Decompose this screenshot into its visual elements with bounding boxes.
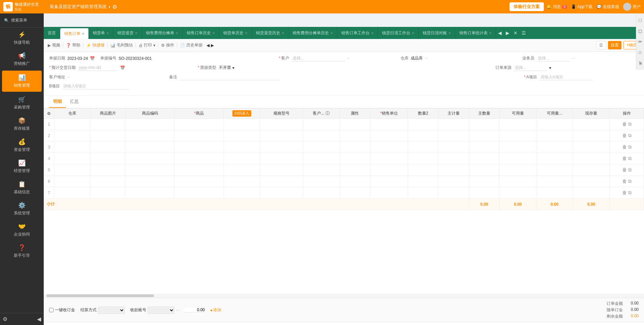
row-stock[interactable] [573, 141, 610, 153]
staff-dots[interactable]: ··· [572, 56, 575, 60]
toolbar-prev[interactable]: ◀ [206, 43, 210, 48]
row-spec[interactable] [260, 164, 303, 176]
row-copy-icon[interactable]: ⧉ [628, 133, 632, 138]
tab-nav-left[interactable]: ◀ [496, 30, 504, 36]
row-avail2[interactable] [536, 141, 573, 153]
row-delete-icon[interactable]: 🗑 [622, 167, 627, 173]
row-goods[interactable] [175, 119, 223, 130]
row-delete-icon[interactable]: 🗑 [622, 144, 627, 150]
row-goods[interactable] [175, 130, 223, 141]
tab-menu[interactable]: ☰ [520, 30, 528, 36]
row-avail[interactable] [499, 153, 536, 164]
row-stock[interactable] [573, 176, 610, 187]
settings-bottom-icon[interactable]: ⚙ [3, 316, 7, 322]
row-img[interactable] [91, 164, 126, 176]
col-header-img[interactable]: 商品图片 [91, 109, 126, 119]
delivery-calendar-icon[interactable]: 📅 [120, 66, 125, 70]
row-attr[interactable] [340, 130, 370, 141]
sidebar-search-area[interactable]: 🔍 搜索菜单 [0, 13, 44, 28]
row-code[interactable] [125, 153, 174, 164]
row-main-qty[interactable] [469, 130, 499, 141]
row-code[interactable] [125, 119, 174, 130]
row-main-qty[interactable] [469, 119, 499, 130]
warehouse-dots[interactable]: ··· [425, 56, 427, 60]
sidebar-item-system[interactable]: ⚙️ 系统管理 [0, 198, 44, 219]
tab-close-sales-order[interactable]: ✕ [82, 32, 84, 36]
row-warehouse[interactable] [54, 153, 91, 164]
tab-close-expense[interactable]: ✕ [176, 31, 178, 35]
row-spec[interactable] [260, 187, 303, 199]
row-qty2[interactable] [408, 176, 439, 187]
row-main-qty[interactable] [469, 153, 499, 164]
col-header-avail[interactable]: 可用量 [499, 109, 536, 119]
row-warehouse[interactable] [54, 187, 91, 199]
project-b-input[interactable] [62, 83, 129, 89]
add-btn[interactable]: ● 添加 [210, 307, 221, 313]
col-header-customer[interactable]: 客户... ⓘ [303, 109, 339, 119]
col-header-main-qty[interactable]: 主数量 [469, 109, 499, 119]
row-main-qty[interactable] [469, 164, 499, 176]
notification-item[interactable]: 🔔 消息 9 [546, 4, 567, 10]
sidebar-item-basic[interactable]: 📋 基础信息 [0, 177, 44, 198]
row-customer[interactable] [303, 176, 339, 187]
tab-sales-order[interactable]: 销售订单 ✕ [60, 28, 89, 39]
row-code[interactable] [125, 130, 174, 141]
remarks-input[interactable] [179, 74, 280, 80]
row-main-qty[interactable] [469, 141, 499, 153]
row-spec[interactable] [260, 141, 303, 153]
sidebar-item-enterprise[interactable]: 🤝 企业协同 [0, 219, 44, 241]
row-copy-icon[interactable]: ⧉ [628, 190, 632, 196]
row-unit[interactable] [370, 141, 408, 153]
row-attr[interactable] [340, 153, 370, 164]
tab-sales-return[interactable]: 销货退货 ✕ [113, 27, 142, 39]
row-customer[interactable] [303, 153, 339, 164]
sidebar-item-finance[interactable]: 💰 资金管理 [0, 135, 44, 156]
row-img[interactable] [91, 176, 126, 187]
customer-input[interactable] [291, 55, 345, 62]
row-img[interactable] [91, 119, 126, 130]
search-menu-btn[interactable]: 🔍 搜索菜单 [3, 16, 41, 25]
row-attr[interactable] [340, 164, 370, 176]
right-icon-4[interactable]: ☆ [638, 48, 642, 56]
tab-close-order-history[interactable]: ✕ [212, 31, 215, 35]
row-warehouse[interactable] [54, 130, 91, 141]
col-header-settings[interactable]: ⚙ [44, 109, 54, 119]
tab-expense-history[interactable]: 销售费用分摊单历史 ✕ [289, 27, 337, 39]
sidebar-item-guide[interactable]: ❓ 新手引导 [0, 241, 44, 262]
tab-close-return[interactable]: ✕ [135, 31, 138, 35]
col-header-main-unit[interactable]: 主计量 [439, 109, 469, 119]
tab-close-expense-history[interactable]: ✕ [330, 31, 333, 35]
row-code[interactable] [125, 141, 174, 153]
quick-settle-checkbox[interactable]: 一键收订金 [49, 307, 75, 313]
row-main-qty[interactable] [469, 176, 499, 187]
project-a-input[interactable] [539, 74, 593, 80]
toolbar-shortcut[interactable]: ⚡ 快捷键 [86, 42, 105, 48]
toolbar-history[interactable]: 📄 历史单据 [180, 42, 202, 48]
col-header-attr[interactable]: 属性 [340, 109, 370, 119]
tab-order-history[interactable]: 销售订单历史 ✕ [183, 27, 219, 39]
row-warehouse[interactable] [54, 141, 91, 153]
row-spec[interactable] [260, 119, 303, 130]
row-avail2[interactable] [536, 187, 573, 199]
col-header-avail2[interactable]: 可用量... [536, 109, 573, 119]
tab-summary[interactable]: 汇总 [66, 96, 83, 108]
toolbar-ops[interactable]: ⚙ 操作 [161, 42, 174, 48]
app-download-item[interactable]: 📱 App下载 [571, 4, 593, 10]
row-code[interactable] [125, 176, 174, 187]
quick-settle-check[interactable] [49, 308, 53, 312]
row-customer[interactable] [303, 164, 339, 176]
staff-input[interactable] [536, 55, 570, 62]
row-main-unit[interactable] [439, 130, 469, 141]
payment-method-select[interactable] [98, 307, 125, 314]
toolbar-profit[interactable]: 📊 毛利预估 [110, 42, 133, 48]
row-delete-icon[interactable]: 🗑 [622, 178, 627, 184]
row-avail[interactable] [499, 164, 536, 176]
row-stock[interactable] [573, 187, 610, 199]
tab-nav-right[interactable]: ▶ [504, 30, 512, 36]
row-spec[interactable] [260, 176, 303, 187]
tab-close-daily-workbench[interactable]: ✕ [412, 31, 414, 35]
row-goods[interactable] [175, 164, 223, 176]
row-stock[interactable] [573, 130, 610, 141]
row-goods[interactable] [175, 187, 223, 199]
row-main-unit[interactable] [439, 119, 469, 130]
